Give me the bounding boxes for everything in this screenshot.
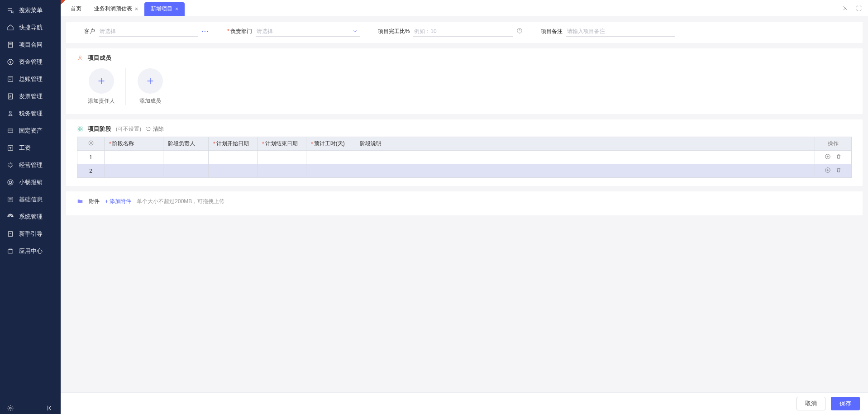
tab-profit-estimate[interactable]: 业务利润预估表 × [88,2,144,16]
add-owner-button[interactable] [89,68,114,94]
table-header-row: *阶段名称 阶段负责人 *计划开始日期 *计划结束日期 *预计工时(天) 阶段说… [77,137,851,150]
sidebar-item-basic-info[interactable]: 基础信息 [0,191,61,208]
section-stages-head: 项目阶段 (可不设置) 清除 [66,119,863,137]
field-label: 项目完工比% [378,28,410,35]
save-button[interactable]: 保存 [831,397,860,410]
header-text: 预计工时(天) [314,140,345,148]
field-label: *负责部门 [227,28,252,35]
cell-desc[interactable] [355,164,815,177]
cell-hours[interactable] [306,151,355,164]
cell-name[interactable] [105,151,163,164]
add-owner-label: 添加责任人 [88,97,115,105]
main-area: 首页 业务利润预估表 × 新增项目 × 客户 ··· [61,0,868,414]
table-row[interactable]: 2 [77,164,851,177]
sidebar-item-guide[interactable]: 新手引导 [0,225,61,243]
dept-select[interactable] [256,26,360,37]
sidebar-item-apps[interactable]: 应用中心 [0,243,61,260]
cell-name[interactable] [105,164,163,177]
table-row[interactable]: 1 [77,150,851,164]
add-member-button[interactable] [138,68,163,94]
progress-input[interactable] [413,26,513,37]
fullscreen-icon[interactable] [855,5,863,12]
sidebar-item-general-ledger[interactable]: 总账管理 [0,71,61,88]
header-text: 计划结束日期 [265,140,298,148]
info-icon [6,195,14,204]
clear-stages-button[interactable]: 清除 [146,125,164,133]
sidebar-item-operations[interactable]: 经营管理 [0,157,61,174]
tab-new-project[interactable]: 新增项目 × [144,2,185,16]
field-remark: 项目备注 [541,26,675,37]
svg-rect-38 [78,127,80,128]
sidebar-item-funds[interactable]: 资金管理 [0,53,61,71]
sidebar-items: 搜索菜单 快捷导航 项目合同 资金管理 总账管理 [0,0,61,400]
salary-icon [6,144,14,152]
sidebar-item-label: 系统管理 [19,213,43,221]
form-row: 客户 ··· *负责部门 项目完工比% [66,22,863,43]
sidebar-item-label: 快捷导航 [19,24,43,32]
svg-rect-40 [78,129,80,131]
field-dept: *负责部门 [227,26,360,37]
cell-start[interactable] [209,151,258,164]
sidebar-item-system[interactable]: 系统管理 [0,208,61,225]
sidebar-item-label: 资金管理 [19,58,43,66]
invoice-icon [6,92,14,100]
sidebar-item-search-menu[interactable]: 搜索菜单 [0,2,61,19]
svg-point-19 [8,180,13,185]
sidebar-item-invoice[interactable]: 发票管理 [0,88,61,105]
sidebar-item-salary[interactable]: 工资 [0,139,61,157]
cell-hours[interactable] [306,164,355,177]
cell-owner[interactable] [163,164,209,177]
add-row-icon[interactable] [825,167,831,175]
delete-row-icon[interactable] [835,167,842,175]
settings-icon[interactable] [6,404,14,412]
svg-point-33 [79,56,81,58]
content-scroll[interactable]: 客户 ··· *负责部门 项目完工比% [61,16,868,414]
close-icon[interactable]: × [135,6,138,12]
sidebar-item-label: 搜索菜单 [19,6,43,14]
svg-rect-16 [8,129,13,133]
section-title: 附件 [89,198,100,205]
stage-icon [77,126,83,132]
sidebar-item-tax[interactable]: 税务管理 [0,105,61,122]
help-icon[interactable] [516,28,523,35]
sidebar-item-reimburse[interactable]: 小畅报销 [0,174,61,191]
tab-home[interactable]: 首页 [64,2,88,16]
sidebar-item-label: 小畅报销 [19,178,43,186]
collapse-sidebar-icon[interactable] [46,404,54,412]
add-attachment-button[interactable]: + 添加附件 [105,198,131,205]
delete-row-icon[interactable] [835,153,842,161]
cancel-button[interactable]: 取消 [796,397,825,410]
cell-end[interactable] [258,164,306,177]
document-icon [6,41,14,49]
more-icon[interactable]: ··· [202,29,209,35]
remark-input[interactable] [566,26,675,37]
tab-label: 新增项目 [151,5,172,13]
sidebar-item-project-contract[interactable]: 项目合同 [0,36,61,53]
sidebar-item-label: 经营管理 [19,161,43,169]
cell-ops [815,164,851,177]
cell-start[interactable] [209,164,258,177]
stage-table: *阶段名称 阶段负责人 *计划开始日期 *计划结束日期 *预计工时(天) 阶段说… [77,137,852,178]
tabs-bar: 首页 业务利润预估表 × 新增项目 × [61,0,868,16]
cell-end[interactable] [258,151,306,164]
sidebar-item-quick-nav[interactable]: 快捷导航 [0,19,61,36]
sidebar-item-fixed-asset[interactable]: 固定资产 [0,122,61,139]
close-icon[interactable]: × [175,6,178,12]
header-gear[interactable] [77,137,105,150]
close-panel-icon[interactable] [842,5,849,12]
cell-owner[interactable] [163,151,209,164]
row-index: 1 [77,151,105,164]
optional-note: (可不设置) [116,125,141,133]
customer-input[interactable] [99,26,198,37]
guide-icon [6,230,14,238]
clear-label: 清除 [153,125,164,133]
header-text: 阶段名称 [112,140,134,148]
tabs-right-tools [842,5,868,12]
system-icon [6,213,14,221]
header-text: 计划开始日期 [216,140,249,148]
attachment-hint: 单个大小不超过200MB，可拖拽上传 [137,198,224,205]
add-row-icon[interactable] [825,153,831,161]
cell-desc[interactable] [355,151,815,164]
svg-point-42 [90,142,92,144]
header-text: 阶段说明 [360,140,382,148]
